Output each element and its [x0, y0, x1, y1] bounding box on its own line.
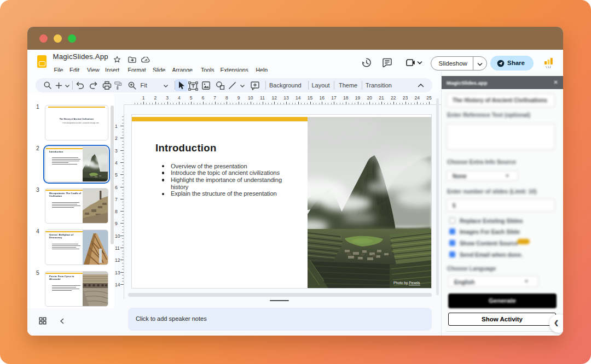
svg-text:Photo by Pexels: Photo by Pexels	[393, 281, 420, 285]
